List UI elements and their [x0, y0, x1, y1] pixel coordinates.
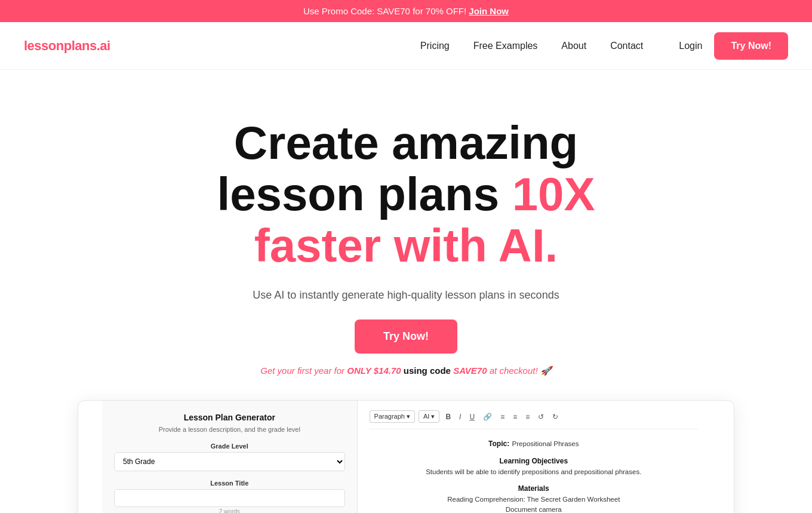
grade-level-select[interactable]: 5th Grade: [114, 452, 345, 471]
promo-mid: using code: [401, 365, 454, 376]
lesson-title-label: Lesson Title: [114, 480, 345, 487]
logo-text: lessonplans: [24, 38, 97, 53]
toolbar-ai[interactable]: AI ▾: [419, 410, 439, 423]
hero-title-accent1: 10X: [512, 168, 595, 220]
materials-label: Materials: [370, 484, 698, 493]
toolbar-underline[interactable]: U: [467, 411, 477, 422]
hero-title-line2-plain: lesson plans: [217, 168, 512, 220]
hero-title: Create amazing lesson plans 10X faster w…: [137, 118, 675, 271]
toolbar-paragraph[interactable]: Paragraph ▾: [370, 410, 415, 423]
topic-section: Topic: Prepositional Phrases: [370, 438, 698, 449]
hero-title-line1: Create amazing: [234, 116, 579, 169]
try-now-nav-button[interactable]: Try Now!: [714, 32, 788, 60]
promo-code: SAVE70: [453, 365, 487, 376]
hero-title-accent2: faster with AI.: [254, 219, 558, 272]
logo-suffix: .ai: [97, 38, 110, 53]
toolbar-bold[interactable]: B: [443, 411, 453, 422]
preview-left-panel: Lesson Plan Generator Provide a lesson d…: [102, 401, 358, 513]
lesson-title-input[interactable]: Prepositional Phrases: [114, 489, 345, 507]
logo[interactable]: lessonplans.ai: [24, 38, 110, 54]
objectives-section: Learning Objectives Students will be abl…: [370, 457, 698, 477]
app-preview: Lesson Plan Generator Provide a lesson d…: [78, 400, 734, 513]
hero-subtitle: Use AI to instantly generate high-qualit…: [12, 289, 800, 302]
word-count: 2 words: [114, 508, 345, 513]
toolbar-italic[interactable]: I: [457, 411, 463, 422]
promo-banner: Use Promo Code: SAVE70 for 70% OFF! Join…: [0, 0, 812, 22]
toolbar-list-ordered[interactable]: ≡: [510, 411, 519, 422]
preview-right-panel: Paragraph ▾ AI ▾ B I U 🔗 ≡ ≡ ≡ ↺ ↻ Topic…: [358, 401, 710, 513]
toolbar-undo[interactable]: ↺: [536, 411, 546, 422]
objectives-value: Students will be able to identify prepos…: [370, 467, 698, 477]
toolbar-link[interactable]: 🔗: [481, 411, 494, 422]
topic-label: Topic:: [488, 440, 509, 448]
toolbar-indent[interactable]: ≡: [523, 411, 532, 422]
materials-line-2: Document camera: [370, 505, 698, 513]
topic-value: Prepositional Phrases: [512, 440, 579, 447]
promo-prefix: Get your first year for: [260, 365, 347, 376]
nav-contact[interactable]: Contact: [610, 41, 643, 51]
promo-price: ONLY $14.70: [347, 365, 401, 376]
promo-suffix: at checkout! 🚀: [487, 365, 552, 376]
promo-offer-text: Get your first year for ONLY $14.70 usin…: [12, 365, 800, 376]
lesson-title-field: Lesson Title Prepositional Phrases 2 wor…: [114, 480, 345, 513]
editor-toolbar: Paragraph ▾ AI ▾ B I U 🔗 ≡ ≡ ≡ ↺ ↻: [370, 410, 698, 429]
nav-pricing[interactable]: Pricing: [420, 41, 450, 51]
promo-link[interactable]: Join Now: [469, 6, 509, 16]
materials-section: Materials Reading Comprehension: The Sec…: [370, 484, 698, 513]
nav-free-examples[interactable]: Free Examples: [473, 41, 538, 51]
objectives-label: Learning Objectives: [370, 457, 698, 465]
promo-text: Use Promo Code: SAVE70 for 70% OFF!: [303, 6, 466, 16]
grade-level-label: Grade Level: [114, 443, 345, 450]
toolbar-list-unordered[interactable]: ≡: [498, 411, 507, 422]
generator-description: Provide a lesson description, and the gr…: [114, 426, 345, 433]
toolbar-redo[interactable]: ↻: [550, 411, 561, 422]
login-link[interactable]: Login: [679, 41, 702, 51]
navbar: lessonplans.ai Pricing Free Examples Abo…: [0, 22, 812, 70]
nav-about[interactable]: About: [561, 41, 586, 51]
grade-level-field: Grade Level 5th Grade: [114, 443, 345, 471]
nav-links: Pricing Free Examples About Contact: [420, 41, 643, 51]
hero-section: Create amazing lesson plans 10X faster w…: [0, 70, 812, 513]
try-now-hero-button[interactable]: Try Now!: [355, 320, 457, 354]
generator-title: Lesson Plan Generator: [114, 413, 345, 422]
materials-line-1: Reading Comprehension: The Secret Garden…: [370, 494, 698, 505]
